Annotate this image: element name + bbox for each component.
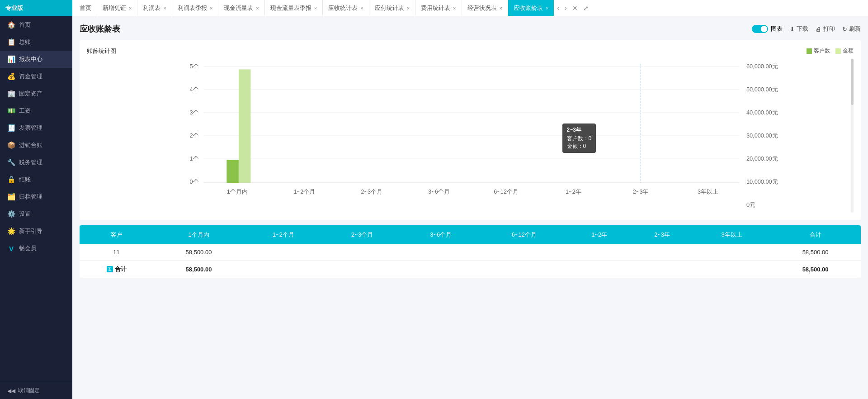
chart-scrollbar-thumb[interactable] [851,59,854,105]
chart-toggle-wrap: 图表 [752,25,783,33]
page-header: 应收账龄表 图表 ⬇ 下载 🖨 打印 ↻ 刷新 [80,24,861,34]
tab-ar-aging[interactable]: 应收账龄表 × [508,0,554,16]
svg-text:4个: 4个 [190,86,199,93]
download-icon: ⬇ [790,26,795,33]
sidebar-item-home[interactable]: 🏠 首页 [0,16,72,33]
svg-text:2个: 2个 [190,132,199,139]
svg-text:3年以上: 3年以上 [698,188,718,195]
cell-total-m612 [480,261,568,278]
tab-close-expense-stats[interactable]: × [453,5,456,11]
chart-title: 账龄统计图 [87,47,854,55]
col-header-m23: 2~3个月 [323,225,401,244]
cell-total-m36 [401,261,480,278]
sidebar-item-closing[interactable]: 🔒 结账 [0,171,72,188]
tab-nav-next[interactable]: › [562,5,570,12]
print-button[interactable]: 🖨 打印 [816,25,835,33]
tab-close-cash-flow[interactable]: × [256,5,259,11]
chart-toggle-label: 图表 [771,25,783,33]
guide-icon: 🌟 [7,227,15,235]
tab-close-ap-stats[interactable]: × [407,5,410,11]
tab-close-new-voucher[interactable]: × [129,5,132,11]
tab-close-profit[interactable]: × [163,5,166,11]
tab-close-business-status[interactable]: × [500,5,502,11]
cell-m1: 58,500.00 [153,244,244,261]
sidebar: 专业版 🏠 首页 📋 总账 📊 报表中心 💰 资金管理 🏢 固定资产 💵 工资 … [0,0,72,399]
svg-text:0元: 0元 [746,201,755,208]
tab-business-status[interactable]: 经营状况表 × [462,0,508,16]
sidebar-item-general-ledger[interactable]: 📋 总账 [0,33,72,51]
cell-total-m23 [323,261,401,278]
chart-scrollbar[interactable] [851,59,854,213]
pin-icon: ◀◀ [7,388,15,394]
tab-home[interactable]: 首页 [74,0,97,16]
tab-profit-quarterly[interactable]: 利润表季报 × [172,0,218,16]
col-header-m12: 1~2个月 [244,225,323,244]
col-header-total: 合计 [770,225,861,244]
cell-total-y23 [631,261,693,278]
refresh-button[interactable]: ↻ 刷新 [842,25,861,33]
svg-text:1个月内: 1个月内 [227,188,248,195]
tab-ar-stats[interactable]: 应收统计表 × [323,0,369,16]
svg-text:60,000.00元: 60,000.00元 [746,63,778,70]
sidebar-item-vip[interactable]: V 畅会员 [0,240,72,257]
col-header-m36: 3~6个月 [401,225,480,244]
sidebar-item-salary[interactable]: 💵 工资 [0,102,72,119]
sidebar-item-fixed-assets[interactable]: 🏢 固定资产 [0,85,72,102]
tab-close-ar-aging[interactable]: × [546,5,548,11]
sidebar-item-purchase-sales[interactable]: 📦 进销台账 [0,137,72,154]
tab-close-ar-stats[interactable]: × [360,5,363,11]
sidebar-item-report-center[interactable]: 📊 报表中心 [0,51,72,68]
svg-text:3个: 3个 [190,109,199,116]
chart-container: 账龄统计图 客户数 金额 5个 4个 3个 2个 [80,40,861,220]
svg-text:50,000.00元: 50,000.00元 [746,86,778,93]
legend-customer: 客户数 [807,47,830,55]
tab-close-profit-quarterly[interactable]: × [210,5,212,11]
cell-m23 [323,244,401,261]
asset-icon: 🏢 [7,90,15,98]
tab-ap-stats[interactable]: 应付统计表 × [369,0,415,16]
cell-total-label: Σ 合计 [80,261,153,278]
legend-amount: 金额 [835,47,854,55]
cell-total-m1: 58,500.00 [153,261,244,278]
tab-nav-prev[interactable]: ‹ [554,5,562,12]
col-header-y3plus: 3年以上 [693,225,770,244]
settings-icon: ⚙️ [7,210,15,218]
chart-legend: 客户数 金额 [807,47,854,55]
sidebar-item-archive[interactable]: 🗂️ 归档管理 [0,188,72,205]
sidebar-item-settings[interactable]: ⚙️ 设置 [0,205,72,223]
tab-cash-flow[interactable]: 现金流量表 × [218,0,264,16]
sidebar-toggle-pin[interactable]: ◀◀ 取消固定 [0,382,72,399]
cell-y12 [568,244,631,261]
salary-icon: 💵 [7,107,15,115]
tab-new-voucher[interactable]: 新增凭证 × [97,0,137,16]
col-header-m612: 6~12个月 [480,225,568,244]
tab-expand-button[interactable]: ⤢ [580,5,591,12]
tab-expense-stats[interactable]: 费用统计表 × [415,0,462,16]
sidebar-item-invoice[interactable]: 🧾 发票管理 [0,119,72,137]
fund-icon: 💰 [7,72,15,81]
tab-profit[interactable]: 利润表 × [137,0,172,16]
cell-total-y12 [568,261,631,278]
svg-text:1个: 1个 [190,155,199,162]
svg-text:0个: 0个 [190,178,199,185]
sidebar-item-fund-management[interactable]: 💰 资金管理 [0,68,72,85]
table-total-row: Σ 合计 58,500.00 58,500.00 [80,261,861,278]
svg-text:2~3个月: 2~3个月 [361,188,382,195]
tab-close-cash-flow-quarterly[interactable]: × [314,5,317,11]
sidebar-item-guide[interactable]: 🌟 新手引导 [0,223,72,240]
main-area: 首页 新增凭证 × 利润表 × 利润表季报 × 现金流量表 × 现金流量表季报 … [72,0,868,399]
cell-y3plus [693,244,770,261]
tab-close-all-button[interactable]: ✕ [570,5,580,12]
ledger-icon: 📋 [7,38,15,46]
legend-customer-color [807,48,812,54]
cell-y23 [631,244,693,261]
tax-icon: 🔧 [7,158,15,166]
download-button[interactable]: ⬇ 下载 [790,25,808,33]
tab-cash-flow-quarterly[interactable]: 现金流量表季报 × [265,0,323,16]
report-icon: 📊 [7,55,15,63]
cell-total-m12 [244,261,323,278]
page-content: 应收账龄表 图表 ⬇ 下载 🖨 打印 ↻ 刷新 [72,16,868,399]
sidebar-item-tax[interactable]: 🔧 税务管理 [0,154,72,171]
print-icon: 🖨 [816,26,821,33]
chart-toggle[interactable] [752,25,768,33]
